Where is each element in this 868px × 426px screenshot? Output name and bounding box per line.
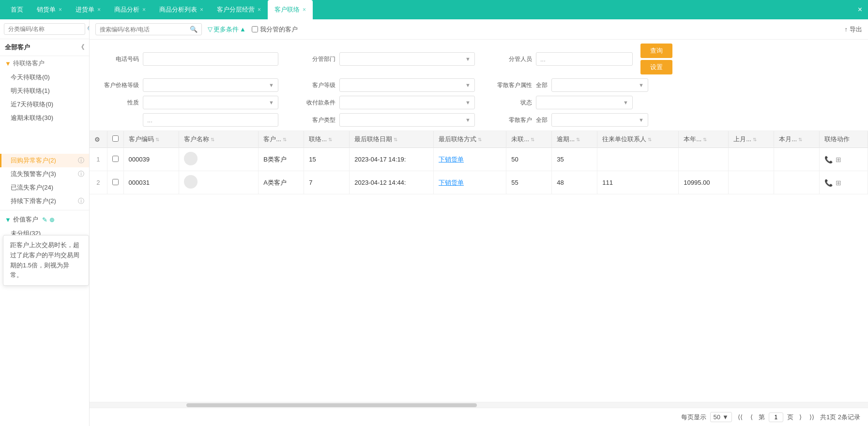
method-sort-icon[interactable]: ⇅ [478,137,482,142]
scroll-thumb[interactable] [186,403,477,407]
type-sort-icon[interactable]: ⇅ [283,137,287,142]
year-sort-icon[interactable]: ⇅ [703,137,707,142]
sidebar-item-overdue-uncontacted[interactable]: 逾期未联络(30) [0,111,89,125]
per-page-select[interactable]: 50 ▼ [710,412,732,422]
page-label: 第 [759,413,765,422]
row1-grid-icon[interactable]: ⊞ [836,156,841,163]
page-prev-icon[interactable]: ⟨ [748,412,755,422]
row4-extra-input[interactable]: ... [143,113,278,127]
sidebar-collapse-icon[interactable]: 《 [78,43,84,52]
sidebar-item-churned[interactable]: 已流失客户(24) [0,181,89,194]
phone-input[interactable] [143,52,278,66]
table-container[interactable]: ⚙ 客户编码 ⇅ [90,131,868,402]
main-search-icon[interactable]: 🔍 [190,26,198,33]
customer-grade-select[interactable]: ▼ [339,78,475,92]
manager-input[interactable]: ... [536,52,633,66]
add-group-icon[interactable]: ⊕ [49,216,55,223]
th-settings[interactable]: ⚙ [90,131,107,148]
nav-tab-product-analysis-list[interactable]: 商品分析列表 × [152,0,210,19]
page-unit-label: 页 [787,413,793,422]
price-grade-select[interactable]: ▼ [143,78,278,92]
help-icon-3[interactable]: ⓘ [78,197,84,206]
row2-phone-icon[interactable]: 📞 [824,179,833,187]
dept-select[interactable]: ▼ [339,52,475,66]
uncontacted-sort-icon[interactable]: ⇅ [531,137,534,142]
edit-group-icon[interactable]: ✎ [42,216,47,223]
row2-checkbox[interactable] [112,179,119,185]
page-prev-first-icon[interactable]: ⟨⟨ [736,412,745,422]
nav-tab-product-analysis[interactable]: 商品分析 × [107,0,152,19]
help-icon-2[interactable]: ⓘ [78,170,84,178]
query-button[interactable]: 查询 [640,44,672,58]
customer-type-select[interactable]: ▼ [339,113,475,127]
my-customers-checkbox[interactable] [252,26,258,32]
help-icon[interactable]: ⓘ [78,156,84,165]
this-month-sort-icon[interactable]: ⇅ [798,137,802,142]
row1-last-contact-method[interactable]: 下销货单 [434,148,506,171]
row1-checkbox[interactable] [112,156,119,162]
filter-row-3: 性质 ▼ 收付款条件 ▼ 状态 ▼ [95,96,862,109]
row2-grid-icon[interactable]: ⊞ [836,179,841,187]
select-all-checkbox[interactable] [112,135,119,142]
close-purchase-tab-icon[interactable]: × [97,6,101,13]
sidebar-item-tomorrow-pending[interactable]: 明天待联络(1) [0,84,89,98]
retail-customer-label: 零散客户 [488,116,532,124]
row2-unit-contacts: 111 [597,171,679,194]
row1-checkbox-cell[interactable] [107,148,123,171]
status-label: 状态 [488,99,532,107]
sidebar-item-7day-pending[interactable]: 近7天待联络(0) [0,98,89,111]
my-customers-checkbox-area[interactable]: 我分管的客户 [252,25,298,34]
sidebar-item-churn-warning[interactable]: 流失预警客户(3) ⓘ [0,167,89,181]
sidebar-item-today-pending[interactable]: 今天待联络(0) [0,71,89,84]
date-sort-icon[interactable]: ⇅ [394,137,397,142]
filter-row-1: 电话号码 分管部门 ▼ 分管人员 ... 查询 [95,44,862,74]
settings-button[interactable]: 设置 [640,60,672,74]
nav-tab-purchase[interactable]: 进货单 × [69,0,107,19]
name-sort-icon[interactable]: ⇅ [211,137,214,142]
close-product-analysis-list-tab-icon[interactable]: × [200,6,203,13]
retail-customer-select[interactable]: ▼ [551,113,648,127]
th-checkbox[interactable] [107,131,123,148]
more-conditions-button[interactable]: ▽ 更多条件 ▲ [208,25,246,34]
page-next-last-icon[interactable]: ⟩⟩ [807,412,816,422]
row2-checkbox-cell[interactable] [107,171,123,194]
unit-sort-icon[interactable]: ⇅ [648,137,652,142]
sidebar-all-customers-header[interactable]: 全部客户 《 [0,39,89,56]
sidebar-item-declining[interactable]: 持续下滑客户(2) ⓘ [0,194,89,208]
per-page-dropdown-icon[interactable]: ▼ [722,413,729,421]
close-product-analysis-tab-icon[interactable]: × [142,6,146,13]
nav-tab-home[interactable]: 首页 [4,0,30,19]
retail-attr-select[interactable]: ▼ [551,78,648,92]
filter-row-2: 客户价格等级 ▼ 客户等级 ▼ 零散客户属性 全部 [95,78,862,92]
nav-tab-customer-contact[interactable]: 客户联络 × [268,0,313,19]
overdue-sort-icon[interactable]: ⇅ [576,137,580,142]
sidebar-search-input[interactable] [4,23,85,35]
sidebar-item-repurchase-anomaly[interactable]: 回购异常客户(2) ⓘ [0,154,89,167]
contact-sort-icon[interactable]: ⇅ [328,137,332,142]
page-number-input[interactable] [769,412,783,422]
export-button[interactable]: ↑ 导出 [845,25,863,34]
row2-this-month [774,171,820,194]
row1-phone-icon[interactable]: 📞 [824,156,833,163]
sidebar-pending-contact-section[interactable]: ▼ 待联络客户 [0,56,89,71]
filter-row-4: ... 客户类型 ▼ 零散客户 全部 ▼ [95,113,862,127]
nav-tab-customer-tier[interactable]: 客户分层经营 × [210,0,268,19]
main-search-input[interactable] [100,26,188,33]
close-all-tabs-button[interactable]: × [858,5,862,14]
last-month-sort-icon[interactable]: ⇅ [753,137,757,142]
row2-num: 2 [90,171,107,194]
nav-tab-sales[interactable]: 销货单 × [30,0,69,19]
nature-select[interactable]: ▼ [143,96,278,109]
code-sort-icon[interactable]: ⇅ [155,137,159,142]
payment-terms-select[interactable]: ▼ [339,96,475,109]
close-customer-contact-tab-icon[interactable]: × [303,6,306,13]
page-next-icon[interactable]: ⟩ [797,412,804,422]
close-customer-tier-tab-icon[interactable]: × [258,6,261,13]
row2-last-contact-method[interactable]: 下销货单 [434,171,506,194]
sidebar-value-customers-section[interactable]: ▼ 价值客户 ✎ ⊕ [0,212,89,227]
row1-code: 000039 [123,148,179,171]
horizontal-scrollbar[interactable] [90,402,868,408]
status-select[interactable]: ▼ [536,96,633,109]
close-sales-tab-icon[interactable]: × [59,6,62,13]
table-settings-icon[interactable]: ⚙ [94,136,100,143]
